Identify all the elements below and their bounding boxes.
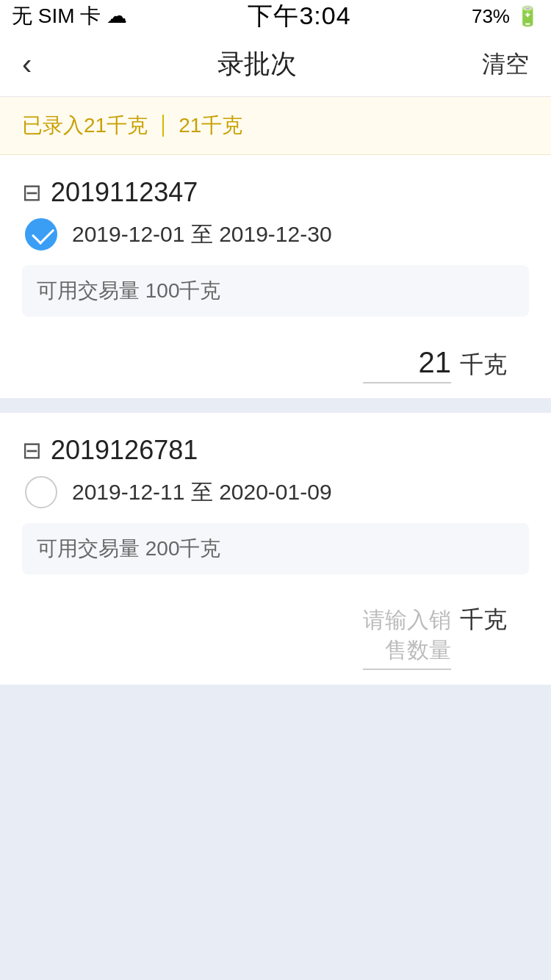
available-box-1: 可用交易量 100千克 xyxy=(22,265,529,317)
section-divider-2 xyxy=(0,685,551,699)
amount-input-1[interactable]: 21 xyxy=(363,346,451,379)
batch-radio-2[interactable] xyxy=(25,476,57,508)
battery-status: 73% xyxy=(472,5,510,28)
batch-radio-1[interactable] xyxy=(25,218,57,251)
available-box-2: 可用交易量 200千克 xyxy=(22,523,529,574)
status-time: 下午3:04 xyxy=(248,0,350,33)
section-divider-1 xyxy=(0,398,551,413)
info-bar: 已录入21千克 21千克 xyxy=(0,97,551,155)
available-text-1: 可用交易量 100千克 xyxy=(37,279,221,302)
back-button[interactable]: ‹ xyxy=(22,48,32,81)
batch-card-1: ⊟ 2019112347 2019-12-01 至 2019-12-30 可用交… xyxy=(0,155,551,398)
empty-area xyxy=(0,699,551,980)
battery-icon: 🔋 xyxy=(516,5,539,28)
sim-status: 无 SIM 卡 ☁ xyxy=(12,2,127,30)
recorded-amount-value: 21千克 xyxy=(179,112,242,140)
recorded-amount-label: 已录入21千克 xyxy=(22,112,148,140)
status-right: 73% 🔋 xyxy=(472,5,539,28)
clear-button[interactable]: 清空 xyxy=(482,48,529,81)
batch-card-2: ⊟ 2019126781 2019-12-11 至 2020-01-09 可用交… xyxy=(0,413,551,685)
amount-unit-2: 千克 xyxy=(460,604,507,636)
amount-unit-1: 千克 xyxy=(460,349,507,381)
status-left: 无 SIM 卡 ☁ xyxy=(12,2,127,30)
page-title: 录批次 xyxy=(217,46,297,82)
batch-id-1: 2019112347 xyxy=(51,177,198,208)
batch-id-2: 2019126781 xyxy=(51,435,198,466)
batch-date-range-1: 2019-12-01 至 2019-12-30 xyxy=(72,220,332,250)
nav-bar: ‹ 录批次 清空 xyxy=(0,32,551,97)
batch-date-range-2: 2019-12-11 至 2020-01-09 xyxy=(72,478,332,508)
amount-input-2[interactable]: 请输入销售数量 xyxy=(363,605,451,666)
batch-icon-2: ⊟ xyxy=(22,436,42,464)
available-text-2: 可用交易量 200千克 xyxy=(37,537,221,560)
info-divider xyxy=(162,115,164,137)
status-bar: 无 SIM 卡 ☁ 下午3:04 73% 🔋 xyxy=(0,0,551,32)
batch-icon-1: ⊟ xyxy=(22,179,42,206)
